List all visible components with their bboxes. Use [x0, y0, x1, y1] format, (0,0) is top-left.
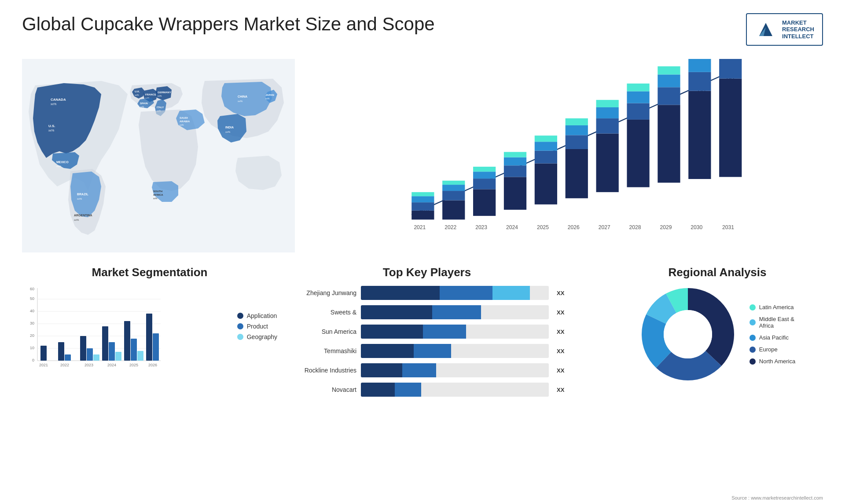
europe-label: Europe	[759, 346, 778, 353]
svg-text:CANADA: CANADA	[51, 98, 66, 102]
svg-text:xx%: xx%	[135, 94, 139, 96]
svg-rect-72	[596, 134, 619, 192]
svg-text:U.S.: U.S.	[48, 124, 55, 128]
svg-rect-83	[658, 66, 680, 75]
svg-text:2024: 2024	[506, 224, 518, 230]
map-area: CANADA xx% U.S. xx% MEXICO xx% BRAZIL xx…	[22, 55, 295, 257]
svg-text:2026: 2026	[568, 224, 580, 230]
svg-text:xx%: xx%	[225, 131, 231, 133]
geography-label: Geography	[247, 333, 277, 340]
svg-rect-80	[658, 105, 680, 183]
player-name: Sweets &	[286, 309, 356, 316]
world-map-svg: CANADA xx% U.S. xx% MEXICO xx% BRAZIL xx…	[22, 55, 295, 257]
main-grid: CANADA xx% U.S. xx% MEXICO xx% BRAZIL xx…	[22, 55, 823, 504]
svg-rect-114	[40, 346, 47, 361]
svg-text:2023: 2023	[84, 363, 93, 367]
product-label: Product	[247, 323, 268, 330]
svg-rect-74	[596, 107, 619, 118]
geography-dot	[237, 334, 243, 340]
player-bar-bg	[361, 305, 549, 319]
application-dot	[237, 313, 243, 319]
svg-text:30: 30	[30, 321, 34, 325]
svg-rect-62	[504, 157, 526, 166]
svg-rect-71	[566, 118, 588, 125]
logo-icon	[755, 18, 777, 40]
svg-text:2022: 2022	[60, 363, 69, 367]
svg-rect-50	[411, 196, 434, 202]
player-row: Sweets & XX	[286, 305, 568, 319]
player-bar-bg	[361, 383, 549, 397]
svg-text:ITALY: ITALY	[157, 106, 164, 109]
svg-text:xx%: xx%	[51, 102, 56, 106]
svg-text:2023: 2023	[475, 224, 487, 230]
svg-rect-69	[566, 135, 588, 149]
mea-label: Middle East &Africa	[759, 316, 794, 329]
svg-rect-78	[627, 91, 649, 103]
seg-legend-application: Application	[237, 312, 277, 319]
segmentation-area: Market Segmentation 0 10 20	[22, 266, 277, 504]
north-america-label: North America	[759, 358, 795, 365]
regional-area: Regional Analysis	[577, 266, 845, 504]
seg-legend-geography: Geography	[237, 333, 277, 340]
svg-text:2022: 2022	[445, 224, 456, 230]
svg-text:xx%: xx%	[74, 219, 79, 221]
svg-rect-82	[658, 74, 680, 87]
svg-text:20: 20	[30, 333, 34, 338]
player-bar-bg	[361, 363, 549, 377]
player-bar-bg	[361, 325, 549, 339]
svg-rect-81	[658, 87, 680, 105]
svg-text:U.K.: U.K.	[135, 90, 140, 93]
player-bar-bg	[361, 344, 549, 358]
svg-rect-60	[504, 177, 526, 210]
page-title: Global Cupcake Wrappers Market Size and …	[22, 13, 435, 35]
north-america-dot	[749, 358, 756, 365]
player-bar-container	[361, 286, 549, 300]
svg-text:2030: 2030	[691, 224, 702, 230]
svg-rect-116	[65, 354, 71, 361]
svg-text:2024: 2024	[107, 363, 116, 367]
player-bar-container	[361, 325, 549, 339]
bar-dark	[361, 344, 414, 358]
svg-rect-85	[688, 72, 711, 91]
svg-rect-122	[115, 352, 121, 361]
svg-rect-86	[688, 59, 711, 72]
svg-text:0: 0	[32, 358, 34, 362]
regional-legend-item: Asia Pacific	[749, 334, 795, 341]
svg-rect-56	[473, 189, 496, 216]
svg-rect-118	[87, 348, 93, 361]
svg-text:2029: 2029	[660, 224, 672, 230]
svg-text:SOUTH: SOUTH	[153, 190, 162, 193]
svg-rect-76	[627, 120, 649, 187]
svg-rect-49	[411, 202, 434, 211]
bar-dark	[361, 305, 432, 319]
svg-text:INDIA: INDIA	[225, 126, 234, 129]
player-bar-container	[361, 305, 549, 319]
players-title: Top Key Players	[286, 266, 568, 279]
svg-text:xx%: xx%	[158, 95, 162, 97]
svg-rect-121	[109, 342, 115, 361]
player-name: Sun America	[286, 328, 356, 335]
svg-point-140	[664, 310, 712, 358]
svg-text:SPAIN: SPAIN	[140, 102, 148, 105]
svg-rect-66	[535, 142, 557, 151]
source-text: Source : www.marketresearchintellect.com	[731, 495, 823, 500]
svg-text:GERMANY: GERMANY	[158, 91, 171, 94]
svg-rect-70	[566, 125, 588, 135]
svg-text:2021: 2021	[414, 224, 426, 230]
svg-rect-73	[596, 118, 619, 133]
svg-rect-75	[596, 100, 619, 107]
svg-text:xx%: xx%	[77, 197, 82, 200]
regional-legend-item: Middle East &Africa	[749, 316, 795, 329]
seg-legend: Application Product Geography	[224, 312, 277, 340]
segmentation-title: Market Segmentation	[22, 266, 277, 279]
svg-rect-63	[504, 152, 526, 157]
logo-text: MARKET RESEARCH INTELLECT	[782, 19, 814, 40]
mea-dot	[749, 319, 756, 325]
svg-rect-68	[566, 149, 588, 198]
svg-rect-59	[473, 167, 496, 172]
svg-text:xx%: xx%	[153, 197, 158, 200]
player-value: XX	[557, 290, 568, 296]
product-dot	[237, 323, 243, 329]
bottom-grid: Market Segmentation 0 10 20	[22, 266, 823, 504]
player-row: Novacart XX	[286, 383, 568, 397]
